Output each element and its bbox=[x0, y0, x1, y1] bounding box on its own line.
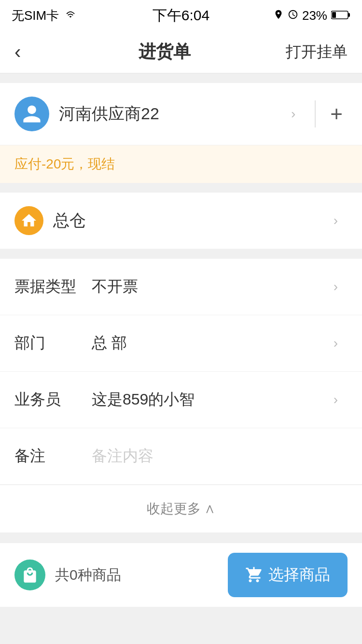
product-count-text: 共0种商品 bbox=[55, 565, 218, 585]
salesperson-value: 这是859的小智 bbox=[92, 389, 334, 410]
remark-input[interactable]: 备注内容 bbox=[92, 446, 348, 467]
back-button[interactable]: ‹ bbox=[14, 41, 43, 63]
salesperson-row[interactable]: 业务员 这是859的小智 › bbox=[0, 372, 362, 428]
department-label: 部门 bbox=[14, 333, 92, 354]
svg-rect-2 bbox=[332, 12, 336, 18]
divider-2 bbox=[0, 183, 362, 193]
product-icon bbox=[14, 560, 45, 590]
warehouse-arrow-icon: › bbox=[334, 213, 338, 228]
bottom-gray-area bbox=[0, 607, 362, 644]
cart-plus-icon bbox=[245, 566, 263, 584]
invoice-arrow-icon: › bbox=[334, 279, 338, 294]
clock-icon bbox=[288, 8, 298, 23]
bottom-bar: 共0种商品 选择商品 bbox=[0, 542, 362, 607]
status-time: 下午6:04 bbox=[153, 6, 209, 26]
supplier-row[interactable]: 河南供应商22 › + bbox=[0, 83, 362, 145]
divider-4 bbox=[0, 532, 362, 542]
carrier-label: 无SIM卡 bbox=[12, 7, 59, 24]
warehouse-section: 总仓 › bbox=[0, 193, 362, 249]
house-icon bbox=[20, 212, 38, 229]
supplier-section: 河南供应商22 › + 应付-20元，现结 bbox=[0, 83, 362, 183]
notice-text: 应付-20元，现结 bbox=[14, 156, 115, 171]
notice-bar: 应付-20元，现结 bbox=[0, 145, 362, 183]
select-product-button[interactable]: 选择商品 bbox=[228, 553, 348, 597]
battery-icon bbox=[331, 8, 350, 23]
divider-1 bbox=[0, 73, 362, 83]
shopping-bag-icon bbox=[21, 566, 39, 584]
remark-label: 备注 bbox=[14, 446, 92, 467]
location-icon bbox=[273, 8, 284, 23]
department-value: 总 部 bbox=[92, 333, 334, 354]
svg-rect-1 bbox=[348, 13, 350, 17]
wifi-icon bbox=[64, 8, 77, 23]
form-section: 票据类型 不开票 › 部门 总 部 › 业务员 这是859的小智 › 备注 备注… bbox=[0, 259, 362, 532]
status-bar: 无SIM卡 下午6:04 23% bbox=[0, 0, 362, 31]
divider-3 bbox=[0, 249, 362, 259]
department-row[interactable]: 部门 总 部 › bbox=[0, 315, 362, 372]
supplier-arrow-icon: › bbox=[291, 106, 295, 122]
invoice-row[interactable]: 票据类型 不开票 › bbox=[0, 259, 362, 315]
collapse-label[interactable]: 收起更多 ∧ bbox=[147, 500, 216, 518]
salesperson-arrow-icon: › bbox=[334, 392, 338, 407]
select-product-label: 选择商品 bbox=[268, 564, 330, 586]
status-left: 无SIM卡 bbox=[12, 7, 77, 24]
supplier-avatar bbox=[14, 97, 49, 131]
nav-bar: ‹ 进货单 打开挂单 bbox=[0, 31, 362, 73]
salesperson-label: 业务员 bbox=[14, 389, 92, 410]
warehouse-icon bbox=[14, 206, 43, 235]
invoice-label: 票据类型 bbox=[14, 276, 92, 297]
department-arrow-icon: › bbox=[334, 336, 338, 351]
page-title: 进货单 bbox=[139, 40, 191, 64]
status-right: 23% bbox=[273, 8, 350, 23]
warehouse-name: 总仓 bbox=[53, 210, 334, 232]
battery-label: 23% bbox=[302, 8, 327, 23]
supplier-name: 河南供应商22 bbox=[59, 103, 291, 125]
divider-vertical bbox=[315, 100, 316, 127]
person-icon bbox=[21, 103, 42, 125]
open-pending-button[interactable]: 打开挂单 bbox=[286, 42, 348, 63]
invoice-value: 不开票 bbox=[92, 276, 334, 297]
add-supplier-button[interactable]: + bbox=[325, 102, 348, 126]
warehouse-row[interactable]: 总仓 › bbox=[0, 193, 362, 249]
remark-row[interactable]: 备注 备注内容 bbox=[0, 428, 362, 485]
collapse-row[interactable]: 收起更多 ∧ bbox=[0, 485, 362, 532]
